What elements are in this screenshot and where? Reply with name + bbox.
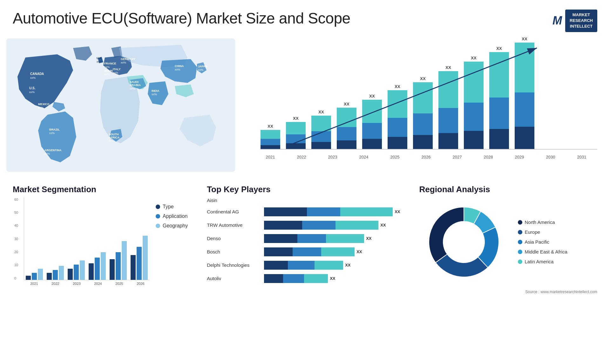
bar-segment [413, 82, 433, 113]
bar-x-label: 2022 [292, 155, 311, 159]
reg-legend-dot [518, 230, 522, 234]
stacked-bar [515, 43, 534, 149]
seg-bar-segment [59, 266, 64, 280]
player-bar-seg [264, 247, 293, 256]
header: Automotive ECU(Software) Market Size and… [0, 0, 610, 35]
source-text: Source : www.marketresearchintellect.com [419, 290, 597, 294]
bar-segment [464, 103, 484, 131]
bar-segment [489, 52, 509, 98]
bar-segment [388, 118, 407, 137]
svg-text:ARABIA: ARABIA [130, 84, 141, 87]
bottom-section: Market Segmentation 60 50 40 30 20 10 0 … [0, 175, 610, 359]
regional-analysis: Regional Analysis North AmericaEuropeAsi… [413, 181, 604, 356]
player-bar-seg [297, 234, 326, 243]
svg-text:xx%: xx% [30, 76, 36, 79]
seg-bar-group [47, 266, 64, 280]
regional-legend: North AmericaEuropeAsia PacificMiddle Ea… [518, 219, 567, 264]
legend-item: Type [156, 204, 188, 210]
seg-bar-segment [116, 252, 121, 280]
reg-legend-item: Latin America [518, 259, 567, 264]
bar-group: XX [337, 102, 356, 149]
bar-segment [413, 113, 433, 135]
svg-text:FRANCE: FRANCE [104, 62, 116, 65]
bar-x-label: 2030 [541, 155, 560, 159]
bar-value: XX [496, 46, 502, 51]
svg-text:xx%: xx% [104, 65, 110, 69]
player-bar [264, 207, 393, 216]
stacked-bar [286, 122, 306, 149]
stacked-bar [464, 62, 484, 149]
stacked-bar [362, 100, 382, 149]
seg-bar-segment [26, 276, 31, 280]
svg-text:SAUDI: SAUDI [130, 80, 139, 84]
player-name: Delphi Technologies [207, 262, 261, 268]
bar-x-label: 2024 [354, 155, 374, 159]
bar-group: XX [362, 94, 382, 149]
player-name: Denso [207, 236, 261, 241]
bar-segment [413, 135, 433, 149]
world-map-container: CANADA xx% U.S. xx% MEXICO xx% BRAZIL xx… [6, 35, 235, 175]
seg-bars-inner [24, 198, 149, 280]
player-value: XX [366, 236, 371, 241]
seg-bar-segment [131, 255, 136, 280]
svg-text:xx%: xx% [130, 87, 135, 90]
bar-group: XX [286, 116, 306, 149]
reg-legend-item: Middle East & Africa [518, 249, 567, 254]
stacked-bar [261, 130, 280, 149]
svg-text:xx%: xx% [175, 68, 180, 71]
svg-text:BRAZIL: BRAZIL [49, 128, 60, 131]
seg-bar-segment [122, 241, 127, 280]
player-bar-seg [264, 261, 288, 270]
bar-group: XX [515, 37, 534, 149]
svg-text:SPAIN: SPAIN [104, 69, 113, 72]
svg-text:xx%: xx% [109, 139, 114, 142]
seg-bar-segment [32, 273, 37, 280]
seg-bar-segment [137, 247, 142, 280]
player-bar [264, 247, 355, 256]
bar-group: XX [438, 65, 458, 149]
player-name: Aisin [207, 198, 261, 203]
reg-legend-dot [518, 240, 522, 244]
seg-x-label: 2024 [89, 282, 107, 286]
player-bar-seg [264, 207, 307, 216]
bar-segment [515, 92, 534, 127]
bars-area: XXXXXXXXXXXXXXXXXXXXXX [261, 42, 597, 150]
bar-segment [261, 145, 280, 149]
reg-legend-dot [518, 220, 522, 225]
player-name: Continental AG [207, 209, 261, 214]
svg-text:xx%: xx% [198, 68, 203, 71]
bar-value: XX [344, 102, 349, 106]
donut-chart [419, 198, 508, 286]
seg-bar-group [26, 269, 43, 280]
player-bar [264, 234, 364, 243]
player-bar-seg [336, 221, 378, 230]
bar-segment [464, 62, 484, 103]
donut-segment [429, 207, 464, 263]
svg-text:xx%: xx% [44, 152, 50, 155]
svg-text:INDIA: INDIA [152, 89, 159, 92]
player-bar-seg [264, 234, 297, 243]
bar-x-label: 2027 [447, 155, 467, 159]
player-bar-seg [264, 221, 302, 230]
top-key-players: Top Key Players AisinContinental AGXXTRW… [200, 181, 406, 356]
player-name: TRW Automotive [207, 222, 261, 228]
regional-title: Regional Analysis [419, 185, 597, 194]
seg-bar-segment [53, 270, 58, 280]
bar-group: XX [261, 124, 280, 149]
svg-text:GERMANY: GERMANY [121, 57, 135, 61]
svg-text:xx%: xx% [97, 60, 102, 63]
player-row: TRW AutomotiveXX [207, 221, 400, 230]
player-bar-seg [326, 234, 364, 243]
seg-bar-group [68, 260, 85, 280]
legend-item: Application [156, 213, 188, 219]
bar-segment [286, 134, 306, 143]
seg-x-labels: 202120222023202420252026 [24, 282, 149, 286]
bar-segment [286, 143, 306, 149]
seg-bar-segment [110, 259, 115, 280]
bar-group: XX [311, 110, 331, 149]
world-map: CANADA xx% U.S. xx% MEXICO xx% BRAZIL xx… [6, 35, 235, 175]
player-bar-wrap: XX [264, 261, 400, 270]
player-name: Autoliv [207, 276, 261, 281]
seg-legend: TypeApplicationGeography [156, 204, 188, 229]
seg-x-label: 2023 [68, 282, 85, 286]
